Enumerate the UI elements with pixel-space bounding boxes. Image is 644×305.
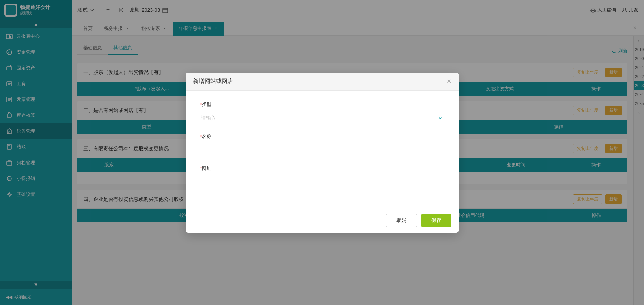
type-input[interactable] (200, 113, 444, 123)
cancel-button[interactable]: 取消 (386, 214, 417, 227)
dialog-title: 新增网站或网店 (193, 78, 233, 85)
name-input-wrapper (200, 145, 444, 155)
url-input[interactable] (200, 177, 444, 187)
dialog-add-website: 新增网站或网店 × *类型 *名称 (186, 73, 459, 233)
type-input-wrapper (200, 113, 444, 123)
form-field-type: *类型 (200, 101, 444, 123)
save-button[interactable]: 保存 (421, 214, 451, 227)
name-label: *名称 (200, 133, 211, 140)
form-field-name: *名称 (200, 133, 444, 155)
dialog-overlay[interactable]: 新增网站或网店 × *类型 *名称 (0, 0, 644, 305)
form-field-url: *网址 (200, 165, 444, 187)
dialog-close-button[interactable]: × (447, 78, 451, 85)
url-label: *网址 (200, 165, 211, 172)
dialog-body: *类型 *名称 (186, 91, 459, 208)
dialog-header: 新增网站或网店 × (186, 73, 459, 91)
type-label: *类型 (200, 101, 211, 108)
name-input[interactable] (200, 145, 444, 155)
dialog-footer: 取消 保存 (186, 208, 459, 233)
type-dropdown-arrow-icon (438, 115, 443, 120)
url-input-wrapper (200, 177, 444, 187)
